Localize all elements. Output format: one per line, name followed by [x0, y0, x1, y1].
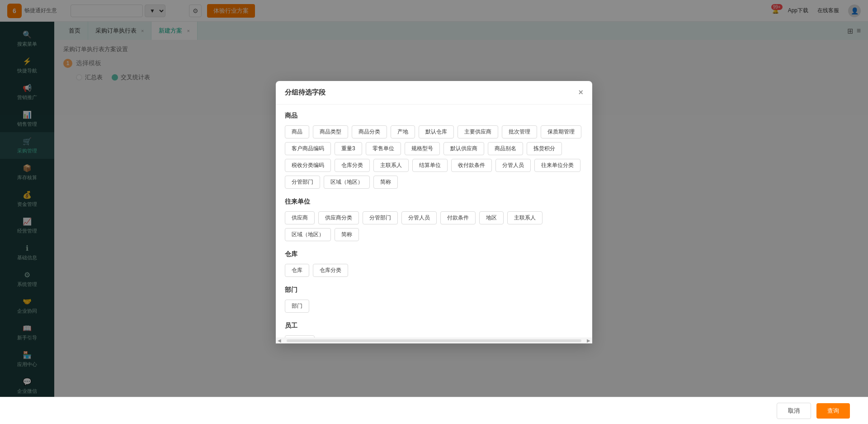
field-tag-manage-person[interactable]: 分管人员	[401, 211, 437, 224]
field-tag-dept[interactable]: 分管部门	[285, 176, 320, 189]
section-employee: 员工 业务员	[285, 322, 583, 338]
field-tag-batch-management[interactable]: 批次管理	[502, 125, 537, 138]
modal-body[interactable]: 商品 商品 商品类型 商品分类 产地 默认仓库 主要供应商 批次管理 保质期管理…	[276, 105, 592, 338]
field-tag-region2[interactable]: 区域（地区）	[285, 228, 331, 241]
section-department-tags: 部门	[285, 300, 583, 313]
field-tag-payment-condition[interactable]: 付款条件	[440, 211, 476, 224]
field-tag-default-supplier[interactable]: 默认供应商	[443, 142, 484, 155]
h-scroll-right-icon[interactable]: ▶	[585, 338, 592, 343]
field-tag-customer-product-code[interactable]: 客户商品编码	[285, 142, 331, 155]
field-tag-tax-code[interactable]: 税收分类编码	[285, 159, 331, 172]
field-tag-counterpart-category[interactable]: 往来单位分类	[534, 159, 580, 172]
section-counterpart: 往来单位 供应商 供应商分类 分管部门 分管人员 付款条件 地区 主联系人 区域…	[285, 198, 583, 241]
section-warehouse-title: 仓库	[285, 250, 583, 258]
confirm-button[interactable]: 查询	[816, 403, 850, 419]
field-tag-main-contact2[interactable]: 主联系人	[507, 211, 542, 224]
modal-h-scrollbar[interactable]: ◀ ▶	[276, 338, 592, 343]
section-product-tags: 商品 商品类型 商品分类 产地 默认仓库 主要供应商 批次管理 保质期管理 客户…	[285, 125, 583, 189]
field-tag-warehouse-cat[interactable]: 仓库分类	[313, 264, 348, 277]
field-tag-short-name2[interactable]: 简称	[335, 228, 359, 241]
modal-scrollbar-area: ◀ ▶	[276, 338, 592, 343]
section-department-title: 部门	[285, 286, 583, 294]
field-tag-supplier[interactable]: 供应商	[285, 211, 315, 224]
field-tag-product[interactable]: 商品	[285, 125, 309, 138]
field-tag-weight3[interactable]: 重量3	[335, 142, 362, 155]
field-tag-product-alias[interactable]: 商品别名	[488, 142, 523, 155]
modal-close-button[interactable]: ×	[578, 88, 583, 96]
section-counterpart-tags: 供应商 供应商分类 分管部门 分管人员 付款条件 地区 主联系人 区域（地区） …	[285, 211, 583, 241]
section-warehouse: 仓库 仓库 仓库分类	[285, 250, 583, 277]
field-tag-supervisor[interactable]: 分管人员	[495, 159, 531, 172]
field-tag-product-category[interactable]: 商品分类	[352, 125, 387, 138]
field-tag-short-name[interactable]: 简称	[373, 176, 398, 189]
field-tag-product-type[interactable]: 商品类型	[313, 125, 348, 138]
field-tag-default-warehouse[interactable]: 默认仓库	[419, 125, 454, 138]
field-tag-shelf-life[interactable]: 保质期管理	[541, 125, 581, 138]
field-tag-supplier-category[interactable]: 供应商分类	[318, 211, 359, 224]
modal-overlay: 分组待选字段 × 商品 商品 商品类型 商品分类 产地 默认仓库 主要供应商 批…	[0, 0, 868, 424]
modal-title: 分组待选字段	[285, 88, 326, 97]
section-employee-title: 员工	[285, 322, 583, 330]
field-tag-manage-dept[interactable]: 分管部门	[363, 211, 398, 224]
field-tag-region[interactable]: 区域（地区）	[324, 176, 370, 189]
bottom-action-bar: 取消 查询	[0, 397, 868, 424]
field-tag-payment-terms[interactable]: 收付款条件	[451, 159, 492, 172]
cancel-button[interactable]: 取消	[777, 403, 811, 419]
field-tag-area[interactable]: 地区	[479, 211, 504, 224]
section-warehouse-tags: 仓库 仓库分类	[285, 264, 583, 277]
section-product-title: 商品	[285, 112, 583, 120]
field-tag-warehouse-category[interactable]: 仓库分类	[335, 159, 370, 172]
field-tag-main-supplier[interactable]: 主要供应商	[458, 125, 498, 138]
field-select-modal: 分组待选字段 × 商品 商品 商品类型 商品分类 产地 默认仓库 主要供应商 批…	[276, 81, 592, 343]
field-tag-spec-model[interactable]: 规格型号	[405, 142, 440, 155]
h-scrollbar-thumb[interactable]	[287, 339, 581, 342]
modal-header: 分组待选字段 ×	[276, 81, 592, 105]
field-tag-pick-points[interactable]: 拣货积分	[527, 142, 562, 155]
field-tag-main-contact[interactable]: 主联系人	[373, 159, 409, 172]
field-tag-retail-unit[interactable]: 零售单位	[366, 142, 401, 155]
section-counterpart-title: 往来单位	[285, 198, 583, 206]
field-tag-warehouse[interactable]: 仓库	[285, 264, 309, 277]
field-tag-origin[interactable]: 产地	[391, 125, 415, 138]
field-tag-settlement-unit[interactable]: 结算单位	[412, 159, 448, 172]
section-product: 商品 商品 商品类型 商品分类 产地 默认仓库 主要供应商 批次管理 保质期管理…	[285, 112, 583, 189]
field-tag-department[interactable]: 部门	[285, 300, 309, 313]
section-department: 部门 部门	[285, 286, 583, 313]
h-scroll-left-icon[interactable]: ◀	[276, 338, 283, 343]
